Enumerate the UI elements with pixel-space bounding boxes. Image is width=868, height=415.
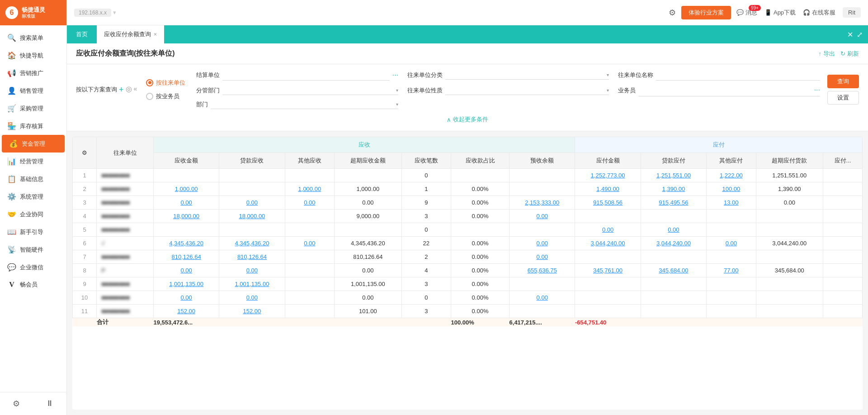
footer-advance-balance[interactable]: 6,417,215.... xyxy=(509,318,575,327)
partner-cat-select[interactable]: ▾ xyxy=(445,71,609,80)
sidebar-item-inventory[interactable]: 🏪 库存核算 xyxy=(0,117,66,135)
row-ar-amount-6[interactable]: 810,126.64 xyxy=(153,250,219,264)
sidebar-item-quick-nav[interactable]: 🏠 快捷导航 xyxy=(0,47,66,64)
row-advance-balance-3[interactable]: 0.00 xyxy=(509,210,575,223)
row-other-ar-3[interactable] xyxy=(285,210,334,223)
tab-close-btn[interactable]: ✕ xyxy=(847,30,853,39)
table-settings-icon[interactable]: ⚙ xyxy=(82,149,87,156)
tab-home[interactable]: 首页 xyxy=(67,25,97,43)
row-other-ar-4[interactable] xyxy=(285,223,334,237)
row-other-ar-10[interactable] xyxy=(285,305,334,318)
row-loan-ar-4[interactable] xyxy=(219,223,285,237)
sidebar-item-marketing[interactable]: 📢 营销推广 xyxy=(0,64,66,82)
salesperson-dots[interactable]: ··· xyxy=(638,84,820,96)
row-advance-balance-4[interactable] xyxy=(509,223,575,237)
row-loan-ap-5[interactable]: 3,044,240.00 xyxy=(641,237,706,250)
row-other-ap-5[interactable]: 0.00 xyxy=(707,237,756,250)
sidebar-item-guide[interactable]: 📖 新手引导 xyxy=(0,223,66,241)
row-advance-balance-0[interactable] xyxy=(509,169,575,182)
row-loan-ar-3[interactable]: 18,000.00 xyxy=(219,210,285,223)
row-ar-amount-1[interactable]: 1,000.00 xyxy=(153,182,219,196)
row-advance-balance-2[interactable]: 2,153,333.00 xyxy=(509,196,575,210)
settings-button[interactable]: 设置 xyxy=(827,91,859,105)
row-loan-ar-9[interactable]: 0.00 xyxy=(219,291,285,305)
row-advance-balance-7[interactable]: 655,636.75 xyxy=(509,264,575,277)
sidebar-item-system[interactable]: ⚙️ 系统管理 xyxy=(0,188,66,205)
row-loan-ar-5[interactable]: 4,345,436.20 xyxy=(219,237,285,250)
row-other-ar-5[interactable]: 0.00 xyxy=(285,237,334,250)
row-other-ap-8[interactable] xyxy=(707,277,756,291)
row-ar-amount-7[interactable]: 0.00 xyxy=(153,264,219,277)
topbar-settings-icon[interactable]: ⚙ xyxy=(669,8,676,18)
row-other-ap-0[interactable]: 1,222.00 xyxy=(707,169,756,182)
row-loan-ar-8[interactable]: 1,001,135.00 xyxy=(219,277,285,291)
row-ap-amount-2[interactable]: 915,508.56 xyxy=(575,196,641,210)
row-ar-amount-3[interactable]: 18,000.00 xyxy=(153,210,219,223)
query-button[interactable]: 查询 xyxy=(827,75,859,88)
row-other-ap-4[interactable] xyxy=(707,223,756,237)
sidebar-item-purchase[interactable]: 🛒 采购管理 xyxy=(0,100,66,117)
row-ap-amount-1[interactable]: 1,490.00 xyxy=(575,182,641,196)
settlement-dots-icon[interactable]: ··· xyxy=(392,71,398,79)
row-advance-balance-8[interactable] xyxy=(509,277,575,291)
sidebar-item-sales[interactable]: 👤 销售管理 xyxy=(0,82,66,100)
row-loan-ar-0[interactable] xyxy=(219,169,285,182)
row-other-ap-7[interactable]: 77.00 xyxy=(707,264,756,277)
tab-expand-btn[interactable]: ⤢ xyxy=(857,30,863,39)
export-button[interactable]: ↑ 导出 xyxy=(819,50,835,58)
row-ap-amount-3[interactable] xyxy=(575,210,641,223)
filter-add-btn[interactable]: + xyxy=(119,86,124,94)
refresh-button[interactable]: ↻ 刷新 xyxy=(840,50,859,58)
row-loan-ap-3[interactable] xyxy=(641,210,706,223)
sidebar-item-wechat[interactable]: 💬 企业微信 xyxy=(0,258,66,276)
row-loan-ar-2[interactable]: 0.00 xyxy=(219,196,285,210)
promo-button[interactable]: 体验行业方案 xyxy=(681,6,731,19)
row-ar-amount-5[interactable]: 4,345,436.20 xyxy=(153,237,219,250)
row-loan-ar-6[interactable]: 810,126.64 xyxy=(219,250,285,264)
user-info[interactable]: Rit xyxy=(843,7,861,18)
partner-name-input[interactable] xyxy=(656,70,820,81)
row-loan-ap-7[interactable]: 345,684.00 xyxy=(641,264,706,277)
row-loan-ap-9[interactable] xyxy=(641,291,706,305)
row-ap-amount-7[interactable]: 345,761.00 xyxy=(575,264,641,277)
row-other-ar-6[interactable] xyxy=(285,250,334,264)
row-ar-amount-2[interactable]: 0.00 xyxy=(153,196,219,210)
filter-scheme-icon-btn[interactable]: ◎ xyxy=(126,86,132,93)
row-other-ap-2[interactable]: 13.00 xyxy=(707,196,756,210)
tab-close-icon[interactable]: × xyxy=(154,31,157,38)
row-ap-amount-6[interactable] xyxy=(575,250,641,264)
row-other-ar-7[interactable] xyxy=(285,264,334,277)
row-loan-ap-4[interactable]: 0.00 xyxy=(641,223,706,237)
row-loan-ap-1[interactable]: 1,390.00 xyxy=(641,182,706,196)
row-other-ar-9[interactable] xyxy=(285,291,334,305)
sidebar-item-enterprise[interactable]: 🤝 企业协同 xyxy=(0,205,66,223)
row-other-ap-1[interactable]: 100.00 xyxy=(707,182,756,196)
row-advance-balance-10[interactable] xyxy=(509,305,575,318)
row-ar-amount-8[interactable]: 1,001,135.00 xyxy=(153,277,219,291)
row-ap-amount-10[interactable] xyxy=(575,305,641,318)
row-loan-ap-0[interactable]: 1,251,551.00 xyxy=(641,169,706,182)
row-advance-balance-5[interactable]: 0.00 xyxy=(509,237,575,250)
row-ap-amount-4[interactable]: 0.00 xyxy=(575,223,641,237)
row-ap-amount-8[interactable] xyxy=(575,277,641,291)
row-ar-amount-4[interactable] xyxy=(153,223,219,237)
row-other-ar-8[interactable] xyxy=(285,277,334,291)
sidebar-item-basic[interactable]: 📋 基础信息 xyxy=(0,170,66,188)
filter-collapse-row[interactable]: ∧ 收起更多条件 xyxy=(76,114,859,127)
footer-ar-amount[interactable]: 19,553,472.6... xyxy=(153,318,219,327)
row-ap-amount-5[interactable]: 3,044,240.00 xyxy=(575,237,641,250)
row-ar-amount-0[interactable] xyxy=(153,169,219,182)
sidebar-item-smart-hw[interactable]: 📡 智能硬件 xyxy=(0,241,66,258)
row-other-ap-6[interactable] xyxy=(707,250,756,264)
row-other-ar-0[interactable] xyxy=(285,169,334,182)
filter-option-by-staff[interactable]: 按业务员 xyxy=(142,91,189,102)
th-settings[interactable]: ⚙ xyxy=(73,137,97,169)
row-loan-ap-10[interactable] xyxy=(641,305,706,318)
messages-action[interactable]: 💬 消息 99+ xyxy=(736,9,757,17)
sidebar-item-vip[interactable]: V 畅会员 xyxy=(0,276,66,293)
sidebar-settings-icon[interactable]: ⚙ xyxy=(13,399,20,409)
row-ap-amount-9[interactable] xyxy=(575,291,641,305)
dept-select[interactable]: ▾ xyxy=(222,86,398,95)
sidebar-item-finance[interactable]: 💰 资金管理 xyxy=(2,135,65,153)
filter-option-by-partner[interactable]: 按往来单位 xyxy=(142,77,189,89)
